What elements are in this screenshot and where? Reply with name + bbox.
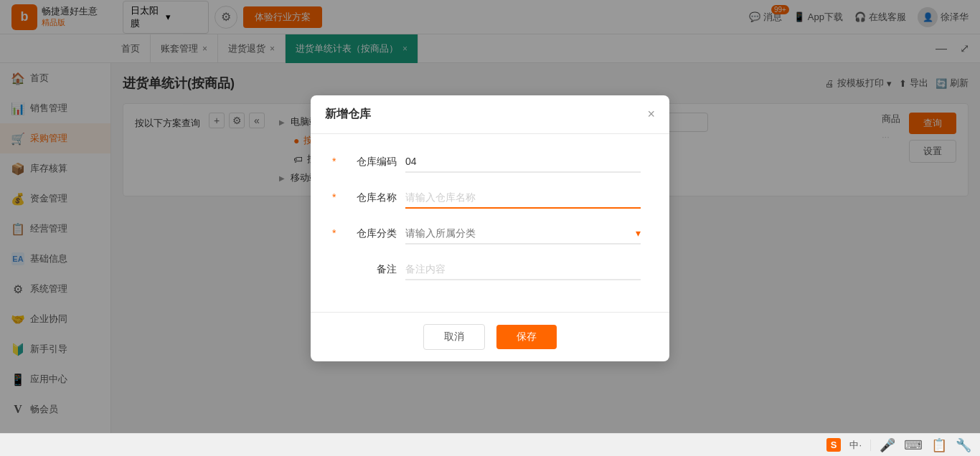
modal-overlay: 新增仓库 × 仓库编码 仓库名称 仓库分类 ▾ — [0, 0, 980, 456]
cancel-button[interactable]: 取消 — [423, 324, 485, 350]
modal-header: 新增仓库 × — [311, 95, 669, 134]
modal-footer: 取消 保存 — [311, 312, 669, 361]
tool-icon[interactable]: 🔧 — [956, 437, 971, 453]
input-mode-label: 中· — [849, 439, 862, 452]
note-label: 备注 — [339, 263, 397, 276]
form-row-note: 备注 — [339, 259, 641, 280]
bottom-bar: S 中· 🎤 ⌨ 📋 🔧 — [0, 433, 980, 456]
warehouse-name-input[interactable] — [405, 187, 641, 209]
s-logo: S — [826, 438, 842, 452]
modal-body: 仓库编码 仓库名称 仓库分类 ▾ 备注 — [311, 134, 669, 312]
keyboard-icon[interactable]: ⌨ — [904, 437, 923, 453]
form-row-category: 仓库分类 ▾ — [339, 223, 641, 244]
note-input[interactable] — [405, 259, 641, 280]
form-row-code: 仓库编码 — [339, 151, 641, 173]
form-row-name: 仓库名称 — [339, 187, 641, 209]
new-warehouse-modal: 新增仓库 × 仓库编码 仓库名称 仓库分类 ▾ — [311, 95, 669, 361]
bottom-divider — [870, 440, 871, 451]
microphone-icon[interactable]: 🎤 — [880, 437, 895, 453]
category-select-wrap: ▾ — [405, 223, 641, 244]
modal-title: 新增仓库 — [325, 107, 371, 122]
name-label: 仓库名称 — [339, 191, 397, 204]
warehouse-code-input[interactable] — [405, 151, 641, 173]
modal-close-button[interactable]: × — [647, 107, 655, 122]
code-label: 仓库编码 — [339, 156, 397, 168]
category-select-input[interactable] — [405, 227, 636, 239]
save-button[interactable]: 保存 — [496, 325, 557, 349]
category-label: 仓库分类 — [339, 227, 397, 240]
clipboard-icon[interactable]: 📋 — [931, 437, 947, 453]
category-dropdown-icon: ▾ — [636, 227, 641, 239]
